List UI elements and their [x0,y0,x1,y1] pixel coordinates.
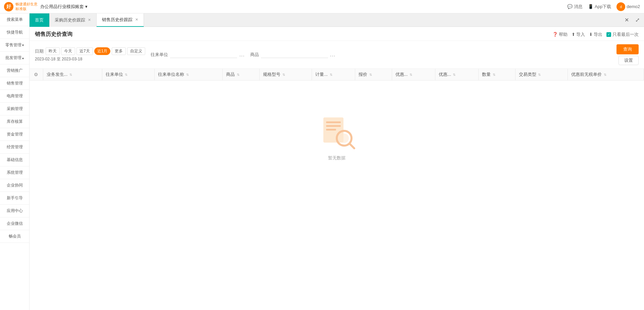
sidebar-item-member[interactable]: 畅会员 [0,230,29,243]
svg-rect-2 [326,125,341,127]
th-quantity[interactable]: 数量 ⇅ [479,69,515,81]
th-settings[interactable]: ⚙ [30,69,43,81]
content-area: 首页 采购历史价跟踪 ✕ 销售历史价跟踪 ✕ ✕ ⤢ 销售历史价查询 [30,13,644,310]
sidebar-item-retail[interactable]: 零售管理 ▾ [0,39,29,52]
tab-sales-history[interactable]: 销售历史价跟踪 ✕ [97,13,144,27]
page-content: 销售历史价查询 ❓ 帮助 ⬆ 导入 ⬇ 导出 ✓ [30,27,644,310]
chevron-down-icon: ▾ [22,43,24,47]
logo-area: 好 畅捷通好生意 标准版 [4,2,38,11]
search-button[interactable]: 查询 [616,44,639,54]
sort-icon: ⇅ [604,73,606,76]
sidebar-item-search-menu[interactable]: 搜索菜单 [0,13,29,26]
sidebar-item-basic[interactable]: 基础信息 [0,154,29,166]
chevron-down-icon: ▾ [85,4,88,9]
sort-icon: ⇅ [493,73,495,76]
sidebar-item-sales[interactable]: 销售管理 [0,77,29,90]
date-7days[interactable]: 近7天 [76,47,93,55]
th-unit[interactable]: 计量... ⇅ [312,69,355,81]
close-icon[interactable]: ✕ [135,17,138,22]
sidebar-item-purchase[interactable]: 采购管理 [0,103,29,115]
only-last-checkbox-area[interactable]: ✓ 只看最后一次 [606,32,639,38]
table-head: ⚙ 业务发生... ⇅ 往来单位 ⇅ [30,69,644,81]
help-button[interactable]: ❓ 帮助 [552,32,568,38]
svg-point-6 [339,134,349,143]
maximize-button[interactable]: ⤢ [633,16,641,24]
page-header-actions: ❓ 帮助 ⬆ 导入 ⬇ 导出 ✓ 只看最后一次 [552,32,639,38]
product-input[interactable] [261,51,328,58]
th-spec[interactable]: 规格型号 ⇅ [259,69,312,81]
th-partner-code[interactable]: 往来单位 ⇅ [102,69,154,81]
svg-rect-3 [326,129,336,131]
close-window-button[interactable]: ✕ [623,16,631,24]
product-dots-button[interactable]: ... [330,52,335,58]
product-label: 商品 [250,52,259,58]
sidebar-item-quick-nav[interactable]: 快捷导航 [0,26,29,39]
message-item[interactable]: 💬 消息 [567,4,583,10]
close-icon[interactable]: ✕ [88,18,91,22]
tab-home-label: 首页 [35,17,44,23]
import-button[interactable]: ⬆ 导入 [572,32,585,38]
tab-home[interactable]: 首页 [30,13,49,27]
sidebar-item-ecommerce[interactable]: 电商管理 [0,90,29,103]
export-button[interactable]: ⬇ 导出 [589,32,602,38]
date-yesterday[interactable]: 昨天 [46,47,60,55]
sidebar-item-inventory[interactable]: 库存核算 [0,115,29,128]
sidebar-item-marketing[interactable]: 营销推广 [0,64,29,77]
date-filter-section: 日期 昨天 今天 近7天 近1月 更多 自定义 2023-02-18 至 202… [35,47,145,62]
filter-actions: 查询 设置 [614,44,639,65]
th-biz-date[interactable]: 业务发生... ⇅ [43,69,102,81]
company-selector[interactable]: 办公用品行业模拟账套 ▾ [40,4,88,10]
app-download-item[interactable]: 📱 App下载 [588,4,611,10]
sidebar-item-system[interactable]: 系统管理 [0,166,29,179]
sort-icon: ⇅ [282,73,285,76]
sidebar-item-enterprise-coop[interactable]: 企业协同 [0,179,29,192]
settings-button[interactable]: 设置 [619,56,639,65]
sidebar: 搜索菜单 快捷导航 零售管理 ▾ 批发管理 ▴ 营销推广 销售管理 电商管理 采… [0,13,30,310]
empty-illustration [317,114,357,151]
chevron-up-icon: ▴ [22,56,24,60]
date-buttons: 昨天 今天 近7天 近1月 更多 自定义 [46,47,145,55]
th-discount2[interactable]: 优惠... ⇅ [435,69,478,81]
topbar: 好 畅捷通好生意 标准版 办公用品行业模拟账套 ▾ 💬 消息 📱 App下载 d… [0,0,644,13]
date-filter-group: 日期 昨天 今天 近7天 近1月 更多 自定义 [35,47,145,55]
data-table: ⚙ 业务发生... ⇅ 往来单位 ⇅ [30,69,644,81]
sidebar-item-enterprise-wechat[interactable]: 企业微信 [0,217,29,230]
sidebar-item-finance[interactable]: 资金管理 [0,128,29,141]
logo-icon: 好 [4,2,13,11]
date-custom[interactable]: 自定义 [127,47,145,55]
th-quote[interactable]: 报价 ⇅ [355,69,392,81]
date-today[interactable]: 今天 [61,47,75,55]
tab-purchase-history[interactable]: 采购历史价跟踪 ✕ [49,13,97,27]
sidebar-item-wholesale[interactable]: 批发管理 ▴ [0,52,29,64]
svg-line-5 [350,144,354,148]
table-header-row: ⚙ 业务发生... ⇅ 往来单位 ⇅ [30,69,644,81]
page-header: 销售历史价查询 ❓ 帮助 ⬆ 导入 ⬇ 导出 ✓ [30,27,644,41]
partner-input[interactable] [170,51,237,58]
phone-icon: 📱 [588,4,593,9]
date-more[interactable]: 更多 [112,47,126,55]
th-product[interactable]: 商品 ⇅ [223,69,259,81]
empty-text: 暂无数据 [328,155,345,161]
only-last-checkbox[interactable]: ✓ [606,32,611,37]
tabbar-actions: ✕ ⤢ [623,16,644,24]
date-range-display: 2023-02-18 至 2023-03-18 [35,56,145,62]
user-item[interactable]: d demo2 [616,2,640,11]
date-label: 日期 [35,48,44,54]
search-menu-label: 搜索菜单 [7,17,23,22]
partner-dots-button[interactable]: ... [239,52,245,58]
gear-icon[interactable]: ⚙ [34,72,38,77]
th-partner-name[interactable]: 往来单位名称 ⇅ [154,69,222,81]
svg-rect-1 [326,121,341,123]
th-discount1[interactable]: 优惠... ⇅ [392,69,435,81]
date-1month[interactable]: 近1月 [94,47,111,55]
topbar-right: 💬 消息 📱 App下载 d demo2 [567,2,640,11]
sort-icon: ⇅ [125,73,127,76]
main-layout: 搜索菜单 快捷导航 零售管理 ▾ 批发管理 ▴ 营销推广 销售管理 电商管理 采… [0,13,644,310]
sort-icon: ⇅ [369,73,372,76]
sidebar-item-app-center[interactable]: 应用中心 [0,205,29,217]
th-pre-tax[interactable]: 优惠前无税单价 ⇅ [568,69,644,81]
table-wrapper: ⚙ 业务发生... ⇅ 往来单位 ⇅ [30,69,644,81]
sidebar-item-operation[interactable]: 经营管理 [0,141,29,154]
th-trade-type[interactable]: 交易类型 ⇅ [515,69,568,81]
sidebar-item-newbie[interactable]: 新手引导 [0,192,29,205]
